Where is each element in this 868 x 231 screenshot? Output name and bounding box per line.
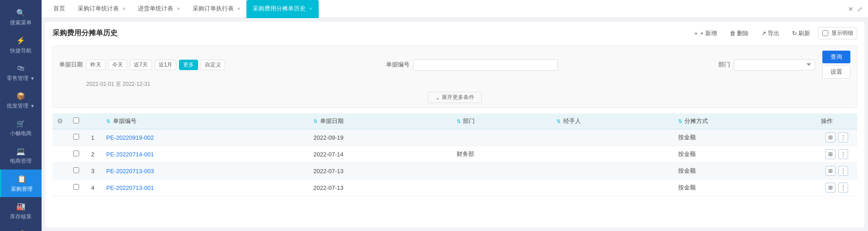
purchase-mgmt-icon: 📋 [3,174,40,184]
row-select-0[interactable] [73,134,79,140]
more-btn-1[interactable]: ⋮ [838,149,848,159]
close-all-tabs-icon[interactable]: ✕ [848,5,854,13]
tab-purchase-order-stats[interactable]: 采购订单统计表 × [71,0,132,18]
export-icon: ↗ [761,30,766,37]
col-ops-header: 操作 [816,113,857,129]
sidebar-item-purchase-mgmt[interactable]: 📋 采购管理 [0,170,42,197]
dept-label: 部门 [718,61,730,69]
doc-no-input[interactable] [413,59,558,71]
table-row: 3 PE-20220713-003 2022-07-13 按金额 ⊞ ⋮ [52,163,857,179]
doc-no-link-0[interactable]: PE-20220919-002 [106,134,154,141]
sort-icon-handler: ⇅ [557,118,561,124]
quick-date-buttons: 昨天 今天 近7天 近1月 更多 自定义 [86,60,225,70]
row-checkbox-2 [69,163,84,179]
sidebar-item-inventory[interactable]: 🏭 库存核算 [0,197,42,225]
add-button[interactable]: ＋ + 新增 [689,28,722,39]
tab-close-purchase-order-stats[interactable]: × [123,6,125,11]
row-doc-no-3: PE-20220713-001 [102,179,309,196]
sidebar-item-wholesale-mgmt[interactable]: 📦 批发管理 ▼ [0,87,42,114]
row-doc-date-2: 2022-07-13 [309,163,452,179]
sidebar-item-ecom-mgmt[interactable]: 💻 电商管理 [0,142,42,170]
content-area: 采购费用分摊单历史 ＋ + 新增 🗑 删除 ↗ 导出 ↻ 刷新 [45,22,864,227]
sidebar-item-capital-mgmt[interactable]: 💰 资金管理 [0,225,42,231]
expand-more-area: ⌄ 展开更多条件 [59,92,850,103]
inventory-icon: 🏭 [2,202,40,212]
row-settings-1 [52,146,69,163]
table-header: ⚙ ⇅ 单据编号 ⇅ 单据日期 ⇅ [52,113,857,129]
col-doc-date-header: ⇅ 单据日期 [309,113,452,129]
table-row: 4 PE-20220713-001 2022-07-13 按金额 ⊞ ⋮ [52,179,857,196]
filter-area: 单据日期 昨天 今天 近7天 近1月 更多 自定义 单据编号 [52,46,857,108]
export-button[interactable]: ↗ 导出 [757,28,784,39]
add-icon: ＋ [693,29,699,38]
retail-mgmt-icon: 🛍 [2,63,40,73]
doc-no-link-3[interactable]: PE-20220713-001 [106,184,154,191]
custom-btn[interactable]: 自定义 [201,60,225,70]
sidebar-item-search-menu[interactable]: 🔍 搜索菜单 [0,4,42,31]
row-checkbox-1 [69,146,84,163]
tab-close-incoming-stats[interactable]: × [177,6,179,11]
row-dept-1: 财务部 [452,146,552,163]
tab-bar-right: ✕ ⤢ [848,5,863,13]
sort-icon-split-method: ⇅ [678,118,682,124]
capital-mgmt-icon: 💰 [2,230,40,231]
quick-nav-icon: ⚡ [2,36,40,46]
more-btn-0[interactable]: ⋮ [838,132,848,142]
sidebar-item-quick-nav[interactable]: ⚡ 快捷导航 [0,31,42,59]
delete-button[interactable]: 🗑 删除 [725,28,753,39]
doc-no-link-1[interactable]: PE-20220714-001 [106,151,154,158]
tab-purchase-cost-history[interactable]: 采购费用分摊单历史 × [246,0,318,18]
col-settings: ⚙ [52,113,69,129]
last1m-btn[interactable]: 近1月 [155,60,177,70]
doc-no-link-2[interactable]: PE-20220713-003 [106,168,154,174]
date-range-display: 2022-01-01 至 2022-12-31 [59,80,850,88]
select-all-checkbox[interactable] [73,118,79,123]
view-btn-3[interactable]: ⊞ [826,183,835,193]
view-btn-0[interactable]: ⊞ [826,132,835,142]
more-btn-2[interactable]: ⋮ [838,166,848,176]
dept-select[interactable]: 财务部 [734,59,815,71]
show-cols-checkbox-label[interactable]: 显示明细 [818,27,857,39]
row-dept-3 [452,179,552,196]
main-content: 首页 采购订单统计表 × 进货单统计表 × 采购订单执行表 × 采购费用分摊单历… [42,0,868,231]
tab-close-purchase-cost-history[interactable]: × [309,6,312,11]
sidebar-item-retail-mgmt[interactable]: 🛍 零售管理 ▼ [0,59,42,86]
today-btn[interactable]: 今天 [108,60,127,70]
tab-home[interactable]: 首页 [47,0,71,18]
row-split-method-1: 按金额 [674,146,816,163]
view-btn-2[interactable]: ⊞ [826,166,835,176]
row-dept-2 [452,163,552,179]
yesterday-btn[interactable]: 昨天 [86,60,105,70]
show-cols-checkbox[interactable] [822,30,828,36]
row-select-2[interactable] [73,167,79,173]
last7-btn[interactable]: 近7天 [130,60,152,70]
more-btn-3[interactable]: ⋮ [838,183,848,193]
row-dept-0 [452,129,552,146]
more-btn[interactable]: 更多 [179,60,198,70]
sidebar-item-mini-ecom[interactable]: 🛒 小畅电商 [0,114,42,142]
expand-window-icon[interactable]: ⤢ [857,5,863,13]
mini-ecom-icon: 🛒 [2,119,40,129]
doc-no-label: 单据编号 [386,61,410,69]
filter-row-1: 单据日期 昨天 今天 近7天 近1月 更多 自定义 单据编号 [59,51,850,79]
row-ops-3: ⊞ ⋮ [816,179,857,196]
row-handler-2 [552,163,674,179]
tab-purchase-order-exec[interactable]: 采购订单执行表 × [186,0,246,18]
search-button[interactable]: 查询 [822,51,850,63]
row-doc-date-1: 2022-07-14 [309,146,452,163]
row-handler-0 [552,129,674,146]
refresh-button[interactable]: ↻ 刷新 [788,28,815,39]
tab-close-purchase-order-exec[interactable]: × [237,6,240,11]
expand-more-btn[interactable]: ⌄ 展开更多条件 [428,92,482,103]
view-btn-1[interactable]: ⊞ [826,149,835,159]
row-select-3[interactable] [73,184,79,190]
row-doc-date-0: 2022-09-19 [309,129,452,146]
tab-incoming-stats[interactable]: 进货单统计表 × [132,0,186,18]
settings-button[interactable]: 设置 [822,65,850,79]
col-no [84,113,102,129]
row-settings-0 [52,129,69,146]
table-settings-icon[interactable]: ⚙ [57,117,63,125]
row-checkbox-3 [69,179,84,196]
page-header: 采购费用分摊单历史 ＋ + 新增 🗑 删除 ↗ 导出 ↻ 刷新 [52,27,857,39]
row-select-1[interactable] [73,151,79,156]
